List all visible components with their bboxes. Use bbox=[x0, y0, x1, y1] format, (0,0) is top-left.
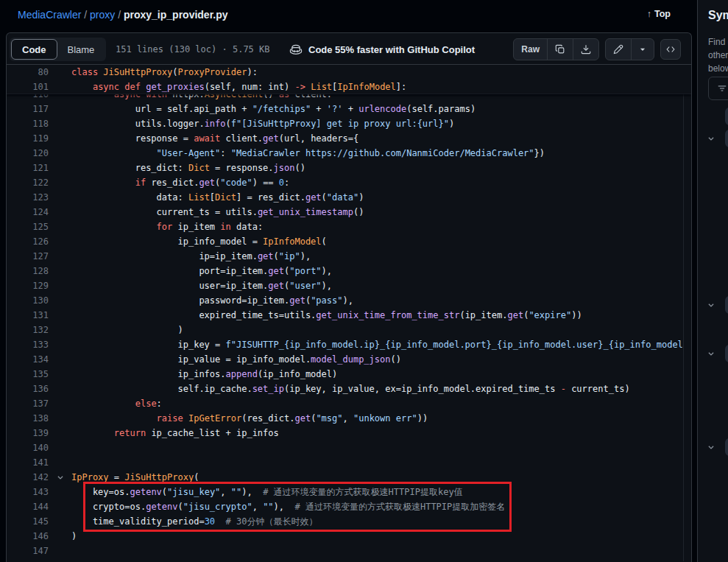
line-gutter bbox=[49, 146, 71, 161]
chevron-down-icon[interactable] bbox=[698, 301, 724, 309]
breadcrumb-repo-link[interactable]: MediaCrawler bbox=[18, 9, 81, 21]
copy-icon bbox=[555, 44, 565, 55]
code-line: 134 ip_value = ip_info_model.model_dump_… bbox=[7, 352, 691, 367]
line-number[interactable]: 137 bbox=[7, 396, 49, 411]
line-number[interactable]: 120 bbox=[7, 146, 49, 161]
symbol-item-button[interactable] bbox=[725, 108, 728, 125]
line-number[interactable]: 132 bbox=[7, 323, 49, 337]
line-number[interactable]: 140 bbox=[7, 440, 49, 455]
collapse-chevron-icon[interactable] bbox=[49, 470, 71, 485]
code-line: 130 password=ip_item.get("pass"), bbox=[7, 293, 691, 308]
code-line: 80class JiSuHttpProxy(ProxyProvider): bbox=[7, 65, 691, 80]
code-text: ip_key = f"JISUHTTP_{ip_info_model.ip}_{… bbox=[71, 337, 691, 352]
line-gutter bbox=[49, 249, 71, 264]
symbols-filter-input[interactable] bbox=[708, 77, 728, 100]
line-number[interactable]: 131 bbox=[7, 308, 49, 323]
edit-dropdown-button[interactable] bbox=[632, 39, 654, 60]
line-gutter bbox=[49, 175, 71, 190]
line-number[interactable]: 130 bbox=[7, 293, 49, 308]
line-number[interactable]: 101 bbox=[7, 80, 49, 94]
line-number[interactable]: 119 bbox=[7, 131, 49, 146]
code-line: 118 utils.logger.info(f"[JiSuHttpProxy] … bbox=[7, 116, 691, 131]
edit-file-button[interactable] bbox=[606, 39, 632, 60]
line-number[interactable]: 126 bbox=[7, 234, 49, 249]
code-brackets-icon bbox=[665, 44, 676, 55]
edit-button-group bbox=[605, 38, 654, 60]
symbol-item-button[interactable] bbox=[725, 130, 728, 147]
code-text: "User-Agent": "MediaCrawler https://gith… bbox=[71, 146, 691, 161]
line-number[interactable]: 142 bbox=[7, 470, 49, 485]
line-gutter bbox=[49, 396, 71, 411]
line-number[interactable]: 147 bbox=[7, 544, 49, 558]
code-text: utils.logger.info(f"[JiSuHttpProxy] get … bbox=[71, 116, 691, 131]
line-number[interactable]: 145 bbox=[7, 514, 49, 529]
symbols-panel-toggle-button[interactable] bbox=[660, 39, 681, 60]
code-text: class JiSuHttpProxy(ProxyProvider): bbox=[71, 65, 691, 80]
code-text: self.ip_cache.set_ip(ip_key, ip_value, e… bbox=[71, 382, 691, 396]
breadcrumb-filename: proxy_ip_provider.py bbox=[124, 9, 228, 21]
code-blame-segmented-control: Code Blame bbox=[10, 38, 106, 61]
line-gutter bbox=[49, 131, 71, 146]
tab-blame[interactable]: Blame bbox=[57, 39, 105, 60]
line-number[interactable]: 144 bbox=[7, 499, 49, 514]
breadcrumb-folder-link[interactable]: proxy bbox=[90, 9, 115, 21]
code-text: IpProxy = JiSuHttpProxy( bbox=[71, 470, 691, 485]
line-number[interactable]: 136 bbox=[7, 382, 49, 396]
line-number[interactable]: 135 bbox=[7, 367, 49, 382]
line-number[interactable]: 117 bbox=[7, 102, 49, 116]
symbol-item-button[interactable] bbox=[725, 345, 728, 362]
code-text: ) bbox=[71, 529, 691, 544]
line-number[interactable]: 143 bbox=[7, 485, 49, 499]
code-view-panel: Code Blame 151 lines (130 loc) · 5.75 KB… bbox=[6, 32, 692, 562]
symbols-description-line: Find definitions and references for func… bbox=[708, 35, 728, 49]
symbol-item-button[interactable] bbox=[725, 296, 728, 314]
raw-button[interactable]: Raw bbox=[514, 39, 548, 60]
line-gutter bbox=[49, 219, 71, 234]
download-raw-button[interactable] bbox=[573, 39, 598, 60]
code-line: 129 user=ip_item.get("user"), bbox=[7, 278, 691, 293]
line-number[interactable]: 122 bbox=[7, 175, 49, 190]
line-number[interactable]: 80 bbox=[7, 65, 49, 80]
line-number[interactable]: 133 bbox=[7, 337, 49, 352]
code-text: time_validity_period=30 # 30分钟（最长时效） bbox=[71, 514, 691, 529]
code-line: 131 expired_time_ts=utils.get_unix_time_… bbox=[7, 308, 691, 323]
sticky-context-header: 80class JiSuHttpProxy(ProxyProvider):101… bbox=[7, 65, 691, 94]
line-number[interactable]: 138 bbox=[7, 411, 49, 426]
code-line: 146) bbox=[7, 529, 691, 544]
code-text: user=ip_item.get("user"), bbox=[71, 278, 691, 293]
line-gutter bbox=[49, 161, 71, 175]
tab-code[interactable]: Code bbox=[11, 39, 57, 60]
line-number[interactable]: 127 bbox=[7, 249, 49, 264]
copy-raw-button[interactable] bbox=[548, 39, 573, 60]
symbol-tree-item bbox=[698, 296, 728, 314]
line-number[interactable]: 124 bbox=[7, 205, 49, 219]
line-number[interactable]: 146 bbox=[7, 529, 49, 544]
line-number[interactable]: 121 bbox=[7, 161, 49, 175]
code-text: if res_dict.get("code") == 0: bbox=[71, 175, 691, 190]
chevron-down-icon[interactable] bbox=[698, 135, 724, 142]
symbol-item-button[interactable] bbox=[725, 438, 728, 456]
line-number[interactable]: 123 bbox=[7, 190, 49, 205]
code-text: url = self.api_path + "/fetchips" + '?' … bbox=[71, 102, 691, 116]
code-text: password=ip_item.get("pass"), bbox=[71, 293, 691, 308]
line-number[interactable]: 139 bbox=[7, 426, 49, 440]
back-to-top-button[interactable]: ↑Top bbox=[647, 9, 671, 19]
chevron-down-icon[interactable] bbox=[698, 443, 724, 451]
code-text: async def get_proxies(self, num: int) ->… bbox=[71, 80, 691, 94]
file-header-row: MediaCrawler / proxy / proxy_ip_provider… bbox=[0, 0, 697, 32]
line-gutter bbox=[49, 544, 71, 558]
code-text: response = await client.get(url, headers… bbox=[71, 131, 691, 146]
chevron-down-icon[interactable] bbox=[698, 350, 724, 357]
code-text bbox=[71, 544, 691, 558]
line-number[interactable]: 125 bbox=[7, 219, 49, 234]
line-number[interactable]: 128 bbox=[7, 264, 49, 278]
line-number[interactable]: 141 bbox=[7, 455, 49, 470]
code-text: return ip_cache_list + ip_infos bbox=[71, 426, 691, 440]
code-text: port=ip_item.get("port"), bbox=[71, 264, 691, 278]
line-gutter bbox=[49, 499, 71, 514]
line-number[interactable]: 134 bbox=[7, 352, 49, 367]
line-gutter bbox=[49, 411, 71, 426]
line-number[interactable]: 129 bbox=[7, 278, 49, 293]
line-number[interactable]: 118 bbox=[7, 116, 49, 131]
breadcrumb: MediaCrawler / proxy / proxy_ip_provider… bbox=[18, 9, 228, 21]
